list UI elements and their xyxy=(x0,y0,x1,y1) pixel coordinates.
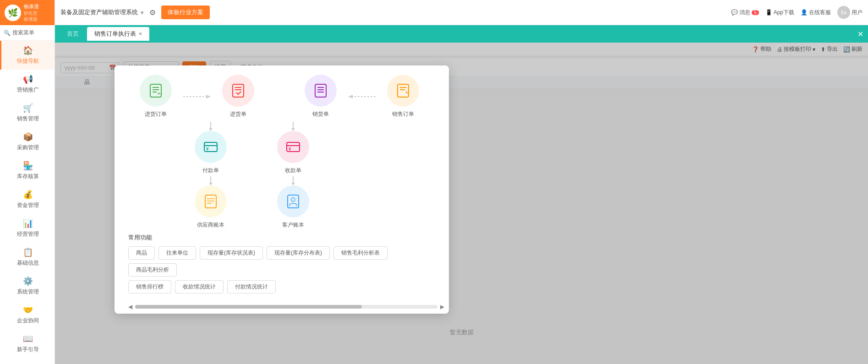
customer-ledger-circle xyxy=(277,185,309,217)
logo-symbol: 🌿 xyxy=(8,8,18,18)
dropdown-arrow-icon[interactable]: ▾ xyxy=(141,9,144,16)
user-label: 用户 xyxy=(852,9,863,16)
sidebar-item-quick-nav[interactable]: 🏠 快捷导航 xyxy=(0,41,55,70)
sidebar-item-label: 基础信息 xyxy=(17,259,39,267)
pb-arrow-down-col: ¥ 付款单 xyxy=(183,122,238,229)
receipt-bill-label: 收款单 xyxy=(285,167,301,174)
receipt-bill-circle: ¥ xyxy=(277,131,309,163)
gear-icon[interactable]: ⚙ xyxy=(149,8,156,17)
sidebar-item-base-info[interactable]: 📋 基础信息 xyxy=(0,243,55,272)
supplier-ledger-label: 供应商账本 xyxy=(197,221,224,229)
common-btn-stock-status[interactable]: 现存量(库存状况表) xyxy=(200,246,263,260)
arrow-pb-down xyxy=(207,122,214,131)
system-title: 装备及固定资产辅助管理系统 xyxy=(60,8,138,16)
common-title: 常用功能 xyxy=(128,234,435,242)
online-service-label: 在线客服 xyxy=(809,9,831,16)
common-btn-contacts[interactable]: 往来单位 xyxy=(158,246,196,260)
sidebar-item-sales[interactable]: 🛒 销售管理 xyxy=(0,98,55,127)
common-btn-stock-dist[interactable]: 现存量(库存分布表) xyxy=(267,246,330,260)
newbie-icon: 📖 xyxy=(23,334,33,344)
sidebar-item-inventory[interactable]: 🏪 库存核算 xyxy=(0,156,55,185)
sb-arrow-down-col: ¥ 收款单 xyxy=(266,122,321,229)
sidebar-item-label: 营销推广 xyxy=(17,86,39,94)
sidebar-item-label: 销售管理 xyxy=(17,115,39,123)
modal-scrollbar-area: ◀ ▶ xyxy=(115,302,449,314)
sidebar-item-cooperation[interactable]: 🤝 企业协同 xyxy=(0,300,55,329)
customer-ledger-node: 客户账本 xyxy=(266,185,321,229)
base-info-icon: 📋 xyxy=(23,247,33,257)
system-icon: ⚙️ xyxy=(23,276,33,286)
user-btn[interactable]: Ea 用户 xyxy=(837,6,863,19)
tab-bar: 首页 销售订单执行表 × ✕ xyxy=(55,25,868,43)
message-btn[interactable]: 💬 消息 5 xyxy=(731,9,759,16)
common-btn-goods-margin[interactable]: 商品毛利分析 xyxy=(128,263,177,277)
sidebar-item-label: 采购管理 xyxy=(17,144,39,152)
scroll-right-icon[interactable]: ▶ xyxy=(440,304,444,310)
purchase-order-node: 进货订单 xyxy=(128,75,183,118)
main-area: 装备及固定资产辅助管理系统 ▾ ⚙ 体验行业方案 💬 消息 5 📱 App下载 … xyxy=(55,0,868,364)
arrow-so-sb xyxy=(348,93,376,100)
tab-sales-order[interactable]: 销售订单执行表 × xyxy=(87,27,149,41)
content-area: ❓ 帮助 🖨 按模板打印 ▾ ⬆ 导出 🔄 刷新 xyxy=(55,43,868,364)
sidebar-item-label: 新手引导 xyxy=(17,346,39,353)
arrow-sb-down xyxy=(289,122,297,131)
logo-text: 畅康通 好生意 标准版 xyxy=(24,3,39,22)
common-btn-sales-rank[interactable]: 销售排行榜 xyxy=(128,280,171,293)
flow-row-1: 进货订单 进货单 xyxy=(128,75,435,118)
common-btn-payment-stat[interactable]: 付款情况统计 xyxy=(227,280,276,293)
modal-content: 进货订单 进货单 xyxy=(115,65,449,302)
sales-icon: 🛒 xyxy=(23,103,33,113)
sidebar-nav: 🏠 快捷导航 📢 营销推广 🛒 销售管理 📦 采购管理 🏪 库存核算 💰 xyxy=(0,41,55,364)
sidebar-item-finance[interactable]: 💰 资金管理 xyxy=(0,185,55,214)
message-icon: 💬 xyxy=(731,9,738,16)
logo-icon: 🌿 xyxy=(5,5,21,21)
search-menu[interactable]: 🔍 搜索菜单 xyxy=(0,25,55,41)
sidebar-item-label: 库存核算 xyxy=(17,173,39,180)
sales-order-node: 销售订单 xyxy=(376,75,431,118)
common-functions: 常用功能 商品 往来单位 现存量(库存状况表) 现存量(库存分布表) 销售毛利分… xyxy=(128,234,435,293)
sidebar-item-newbie[interactable]: 📖 新手引导 xyxy=(0,329,55,358)
sidebar-item-marketing[interactable]: 📢 营销推广 xyxy=(0,70,55,98)
payment-bill-node: ¥ 付款单 xyxy=(183,131,238,174)
online-service-btn[interactable]: 👤 在线客服 xyxy=(801,9,831,16)
common-btn-goods[interactable]: 商品 xyxy=(128,246,155,260)
flow-row-2: ¥ 付款单 xyxy=(128,122,435,229)
svg-rect-9 xyxy=(315,84,326,97)
sidebar-item-system[interactable]: ⚙️ 系统管理 xyxy=(0,272,55,300)
trial-btn[interactable]: 体验行业方案 xyxy=(161,5,210,19)
logo-sub1: 好生意 xyxy=(24,10,39,16)
tab-close-icon[interactable]: × xyxy=(139,31,142,37)
common-btn-sales-margin[interactable]: 销售毛利分析表 xyxy=(333,246,388,260)
flow-modal: 进货订单 进货单 xyxy=(115,65,449,314)
flow-diagram: 进货订单 进货单 xyxy=(128,75,435,229)
app-download-btn[interactable]: 📱 App下载 xyxy=(765,9,794,16)
supplier-ledger-node: 供应商账本 xyxy=(183,185,238,229)
purchase-order-label: 进货订单 xyxy=(145,110,167,118)
logo-sub2: 标准版 xyxy=(24,16,39,22)
scrollbar-track[interactable] xyxy=(135,305,437,309)
window-close-icon[interactable]: ✕ xyxy=(857,30,863,38)
svg-rect-15 xyxy=(398,84,409,97)
purchase-bill-node: 进货单 xyxy=(211,75,266,118)
search-icon: 🔍 xyxy=(4,30,11,36)
common-btn-receipt-stat[interactable]: 收款情况统计 xyxy=(175,280,224,293)
sidebar-item-operation[interactable]: 📊 经营管理 xyxy=(0,214,55,243)
sidebar-item-purchase[interactable]: 📦 采购管理 xyxy=(0,127,55,156)
sales-bill-circle xyxy=(305,75,337,107)
svg-text:¥: ¥ xyxy=(206,147,209,152)
purchase-bill-circle xyxy=(222,75,254,107)
arrow-rec-down xyxy=(289,176,297,185)
svg-marker-5 xyxy=(206,95,211,98)
service-icon: 👤 xyxy=(801,9,808,16)
svg-line-18 xyxy=(406,92,408,93)
download-icon: 📱 xyxy=(765,9,772,16)
scrollbar-thumb[interactable] xyxy=(135,305,362,309)
tab-home[interactable]: 首页 xyxy=(60,27,86,41)
scroll-left-icon[interactable]: ◀ xyxy=(128,304,132,310)
payment-bill-label: 付款单 xyxy=(202,167,219,174)
arrow-pay-down xyxy=(207,176,214,185)
quick-nav-icon: 🏠 xyxy=(23,45,33,55)
sales-bill-label: 销货单 xyxy=(312,110,329,118)
app-download-label: App下载 xyxy=(774,9,794,16)
svg-rect-26 xyxy=(205,195,216,208)
